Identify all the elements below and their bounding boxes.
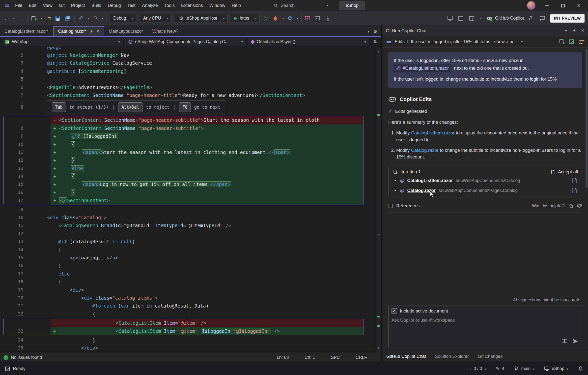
new-project-icon[interactable] <box>31 15 37 21</box>
line-indicator[interactable]: Ln: 63 <box>277 355 289 360</box>
thread-dropdown[interactable]: Edits: If the user is logged in, offer 1… <box>395 39 518 44</box>
accept-all-button[interactable]: Accept all <box>551 169 578 175</box>
menu-tools[interactable]: Tools <box>161 0 178 11</box>
changed-file-row[interactable]: •@CatalogListItem.razorsrc\WebAppCompone… <box>392 175 578 185</box>
pending-changes[interactable]: ✎ 4 <box>496 366 504 371</box>
menu-extensions[interactable]: Extensions <box>178 0 206 11</box>
code-line[interactable]: -<SectionContent SectionName="page-heade… <box>4 116 363 124</box>
file-chip[interactable]: @#CatalogListItem.razor <box>394 64 451 72</box>
scroll-up-icon[interactable]: ▲ <box>376 48 381 56</box>
minimize-button[interactable] <box>543 3 551 8</box>
menu-debug[interactable]: Debug <box>105 0 124 11</box>
spaces-indicator[interactable]: SPC <box>331 355 340 360</box>
code-line[interactable]: 11+ <span>Start the season with the late… <box>4 148 363 156</box>
branch-selector[interactable]: main ▴ <box>514 366 534 371</box>
thumbs-up-icon[interactable] <box>568 203 573 209</box>
background-tasks-icon[interactable] <box>5 366 10 371</box>
find-in-files-icon[interactable] <box>324 16 331 21</box>
platform-dropdown[interactable]: Any CPU▾ <box>140 14 172 23</box>
code-line[interactable]: 14+ { <box>4 172 363 180</box>
new-thread-icon[interactable] <box>559 39 565 45</box>
code-line[interactable]: 25 </div> <box>0 344 375 352</box>
menu-window[interactable]: Window <box>206 0 228 11</box>
code-line[interactable]: 22 { <box>0 310 375 318</box>
refresh-chevron[interactable]: ▾ <box>297 17 298 20</box>
hot-reload-icon[interactable] <box>273 15 279 21</box>
tab-mainlayout-razor[interactable]: MainLayout.razor <box>104 26 148 36</box>
chat-input[interactable]: Ask Copilot or use @workspace <box>389 316 582 337</box>
code-line[interactable]: 24 } <box>0 336 375 344</box>
code-line[interactable]: 4@attribute [StreamRendering] <box>0 67 375 75</box>
code-line[interactable]: 13+ else <box>4 164 363 172</box>
code-line[interactable]: 18 { <box>0 278 375 286</box>
device-preview-icon[interactable] <box>447 16 454 21</box>
code-line[interactable]: @page <box>0 47 375 51</box>
code-line[interactable]: 14 { <box>0 246 375 254</box>
panel-scrollbar[interactable] <box>586 49 588 188</box>
menu-project[interactable]: Project <box>68 0 88 11</box>
split-view-icon[interactable] <box>458 16 465 21</box>
undo-chevron[interactable]: ▾ <box>87 17 89 20</box>
navigate-back-icon[interactable]: ← <box>3 15 10 21</box>
column-indicator[interactable]: Ch: 1 <box>305 355 315 360</box>
code-line[interactable]: 8+<SectionContent SectionName="page-head… <box>4 124 363 132</box>
tab-catalog-razor-[interactable]: Catalog.razor*✕ <box>53 26 104 36</box>
new-item-chevron[interactable]: ▾ <box>41 17 42 20</box>
key-chip-f8[interactable]: F8 <box>179 102 191 112</box>
live-preview-icon[interactable] <box>305 16 311 21</box>
reference-book-icon[interactable] <box>561 339 567 344</box>
tab-cataloglistitem-razor-[interactable]: CatalogListItem.razor* <box>0 26 53 36</box>
code-line[interactable]: 7<SectionContent SectionName="page-heade… <box>0 91 375 99</box>
thread-chevron[interactable]: ▾ <box>521 40 523 44</box>
configuration-dropdown[interactable]: Debug▾ <box>110 14 137 23</box>
scroll-down-icon[interactable]: ▼ <box>376 344 381 352</box>
save-icon[interactable] <box>55 16 61 21</box>
breadcrumb-file[interactable]: @eShop.WebApp.Components.Pages.Catalog.C… <box>125 38 246 46</box>
code-line[interactable]: 12 <box>0 230 375 238</box>
layout-chevron[interactable]: ▾ <box>480 17 481 20</box>
code-editor[interactable]: @page2@inject NavigationManager Nav3@inj… <box>0 47 381 353</box>
code-line[interactable]: 10<div class="catalog"> <box>0 214 375 221</box>
code-line[interactable]: 32+ <CatalogListItem Item="@item" IsLogg… <box>4 327 363 335</box>
code-line[interactable]: 16+ } <box>4 188 363 196</box>
menu-analyze[interactable]: Analyze <box>139 0 161 11</box>
code-line[interactable]: 8Tabto accept (1/3)|Alt+Delto reject|F8g… <box>0 99 375 115</box>
code-line[interactable]: 11 <CatalogSearch BrandId="@BrandId" Ite… <box>0 221 375 229</box>
panel-options-chevron[interactable]: ▾ <box>565 29 567 33</box>
feedback-icon[interactable] <box>539 16 546 21</box>
code-line[interactable]: 9 <box>0 206 375 214</box>
menu-test[interactable]: Test <box>124 0 139 11</box>
breadcrumb-method[interactable]: OnInitializedAsync()▾ <box>248 38 369 46</box>
menu-view[interactable]: View <box>40 0 56 11</box>
key-chip-tab[interactable]: Tab <box>52 102 66 112</box>
code-line[interactable]: 17 else <box>0 270 375 278</box>
code-line[interactable]: 19 <div> <box>0 286 375 294</box>
file-link[interactable]: CatalogListItem.razor <box>411 130 455 135</box>
save-all-icon[interactable] <box>65 15 71 21</box>
undo-icon[interactable]: ↶ <box>78 15 84 21</box>
tool-tab-solution-explorer[interactable]: Solution Explorer <box>435 354 469 359</box>
hot-reload-chevron[interactable]: ▾ <box>282 17 284 20</box>
startup-project-dropdown[interactable]: ⚙eShop.AppHost▾ <box>175 14 228 23</box>
code-line[interactable]: 9+ @if (IsLoggedIn) <box>4 132 363 140</box>
sync-status[interactable]: ↑↓ 0 / 0 ▴ <box>467 366 486 371</box>
notifications-bell-icon[interactable] <box>578 366 583 371</box>
open-diff-icon[interactable] <box>572 178 577 183</box>
changed-file-name[interactable]: CatalogListItem.razor <box>407 178 453 183</box>
search-box[interactable]: Search ▾ <box>274 3 328 8</box>
breadcrumb-project[interactable]: C#WebApp▾ <box>2 38 123 46</box>
code-line[interactable]: 21 @foreach (var item in catalogResult.D… <box>0 302 375 310</box>
tab-what-s-new-[interactable]: What's New? <box>148 26 183 36</box>
file-link[interactable]: Catalog.razor <box>411 148 439 153</box>
maximize-button[interactable] <box>559 3 567 8</box>
open-diff-icon[interactable] <box>572 188 577 193</box>
code-line[interactable]: 5 <box>0 75 375 83</box>
pin-icon[interactable] <box>89 30 93 33</box>
menu-file[interactable]: File <box>12 0 26 11</box>
tab-options-gear-icon[interactable]: ⚙ <box>373 29 377 34</box>
menu-build[interactable]: Build <box>88 0 105 11</box>
edits-checklist-icon[interactable] <box>569 39 575 45</box>
code-line[interactable]: 2@inject NavigationManager Nav <box>0 51 375 59</box>
close-button[interactable]: ✕ <box>575 3 583 8</box>
redo-icon[interactable]: ↷ <box>92 15 99 21</box>
